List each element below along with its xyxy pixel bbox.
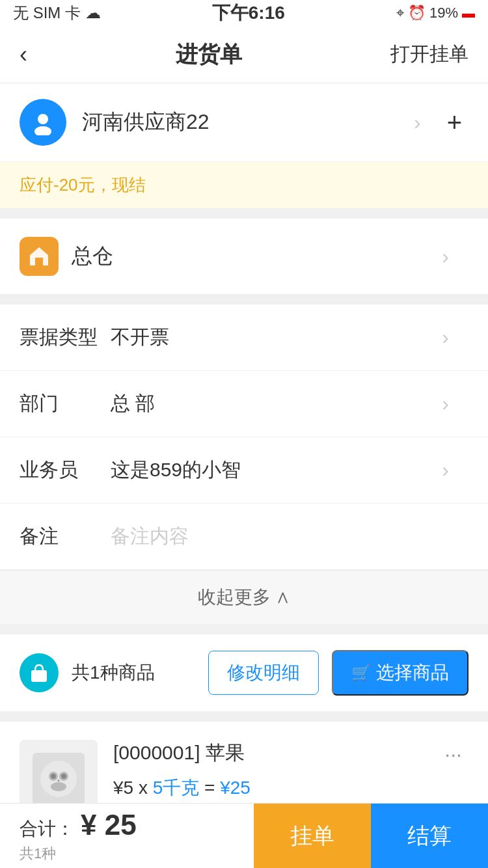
battery-label: 19% bbox=[429, 5, 458, 21]
department-row[interactable]: 部门 总 部 › bbox=[0, 371, 488, 437]
warehouse-card[interactable]: 总仓 › bbox=[0, 219, 488, 294]
salesman-label: 业务员 bbox=[20, 457, 111, 483]
status-bar: 无 SIM 卡 ☁ 下午6:16 ⌖ ⏰ 19% ▬ bbox=[0, 0, 488, 26]
product-title: 苹果 bbox=[206, 742, 245, 763]
checkout-label: 结算 bbox=[407, 821, 452, 851]
select-product-label: 选择商品 bbox=[376, 660, 449, 685]
person-icon bbox=[30, 109, 56, 135]
product-name: [0000001] 苹果 bbox=[113, 740, 422, 766]
status-right: ⌖ ⏰ 19% ▬ bbox=[396, 5, 475, 21]
remark-label: 备注 bbox=[20, 523, 111, 550]
warehouse-label: 总仓 bbox=[72, 242, 442, 271]
add-supplier-button[interactable]: + bbox=[441, 108, 468, 137]
svg-point-8 bbox=[51, 774, 56, 779]
edit-detail-button[interactable]: 修改明细 bbox=[208, 651, 319, 695]
department-value: 总 部 bbox=[111, 390, 442, 417]
supplier-row[interactable]: 河南供应商22 › + bbox=[0, 83, 488, 162]
warehouse-row[interactable]: 总仓 › bbox=[0, 219, 488, 294]
nav-bar: ‹ 进货单 打开挂单 bbox=[0, 26, 488, 83]
cart-icon: 🛒 bbox=[351, 664, 371, 682]
form-card: 票据类型 不开票 › 部门 总 部 › 业务员 这是859的小智 › 备注 备注… bbox=[0, 305, 488, 624]
salesman-row[interactable]: 业务员 这是859的小智 › bbox=[0, 437, 488, 504]
product-price: ¥5 bbox=[113, 778, 133, 798]
status-left: 无 SIM 卡 ☁ bbox=[13, 3, 101, 23]
product-equals: = bbox=[204, 778, 220, 798]
bottom-total-main: 合计： ¥ 25 bbox=[20, 809, 234, 841]
bag-icon bbox=[27, 661, 51, 685]
alarm-icon: ⏰ bbox=[408, 5, 426, 21]
product-total: ¥25 bbox=[220, 778, 251, 798]
bottom-bar: 合计： ¥ 25 共1种 挂单 结算 bbox=[0, 803, 488, 868]
svg-rect-4 bbox=[31, 670, 47, 682]
invoice-value: 不开票 bbox=[111, 324, 442, 351]
supplier-notice: 应付-20元，现结 bbox=[0, 162, 488, 208]
total-sub: 共1种 bbox=[20, 844, 234, 863]
department-chevron-icon: › bbox=[442, 392, 449, 416]
svg-point-1 bbox=[34, 126, 51, 135]
product-count-icon bbox=[20, 653, 59, 692]
sim-label: 无 SIM 卡 ☁ bbox=[13, 3, 101, 23]
salesman-value: 这是859的小智 bbox=[111, 457, 442, 483]
supplier-chevron-icon: › bbox=[414, 111, 421, 135]
warehouse-icon bbox=[20, 237, 59, 276]
status-time: 下午6:16 bbox=[212, 1, 285, 25]
open-pending-button[interactable]: 打开挂单 bbox=[390, 41, 468, 68]
svg-point-0 bbox=[38, 114, 48, 124]
product-info: [0000001] 苹果 ¥5 x 5千克 = ¥25 bbox=[113, 740, 422, 800]
svg-point-10 bbox=[51, 782, 66, 791]
salesman-chevron-icon: › bbox=[442, 458, 449, 482]
total-amount: ¥ 25 bbox=[81, 809, 137, 841]
bottom-total: 合计： ¥ 25 共1种 bbox=[0, 809, 254, 863]
svg-rect-3 bbox=[35, 258, 43, 265]
product-header: 共1种商品 修改明细 🛒 选择商品 bbox=[0, 634, 488, 711]
home-icon bbox=[27, 245, 51, 268]
collapse-label: 收起更多 ∧ bbox=[198, 585, 291, 610]
product-calc: ¥5 x 5千克 = ¥25 bbox=[113, 776, 422, 800]
back-button[interactable]: ‹ bbox=[20, 41, 27, 68]
owl-icon bbox=[39, 759, 78, 798]
remark-placeholder: 备注内容 bbox=[111, 523, 468, 550]
supplier-card: 河南供应商22 › + 应付-20元，现结 bbox=[0, 83, 488, 208]
svg-point-9 bbox=[61, 774, 66, 779]
invoice-row[interactable]: 票据类型 不开票 › bbox=[0, 305, 488, 371]
location-icon: ⌖ bbox=[396, 5, 404, 21]
product-more-button[interactable]: ··· bbox=[438, 740, 468, 769]
total-label: 合计： bbox=[20, 817, 74, 841]
invoice-chevron-icon: › bbox=[442, 325, 449, 349]
collapse-row[interactable]: 收起更多 ∧ bbox=[0, 570, 488, 624]
hang-button[interactable]: 挂单 bbox=[254, 804, 371, 869]
select-product-button[interactable]: 🛒 选择商品 bbox=[332, 650, 468, 696]
department-label: 部门 bbox=[20, 390, 111, 417]
main-content: 河南供应商22 › + 应付-20元，现结 总仓 › 票据类型 不开票 › 部门 bbox=[0, 83, 488, 868]
warehouse-chevron-icon: › bbox=[442, 245, 449, 269]
product-code: [0000001] bbox=[113, 742, 200, 763]
remark-row[interactable]: 备注 备注内容 bbox=[0, 504, 488, 570]
battery-icon: ▬ bbox=[462, 6, 475, 21]
invoice-label: 票据类型 bbox=[20, 324, 111, 351]
page-title: 进货单 bbox=[176, 40, 242, 70]
product-times: x bbox=[139, 778, 153, 798]
product-qty: 5千克 bbox=[153, 778, 200, 798]
supplier-name: 河南供应商22 bbox=[82, 108, 414, 137]
product-count-label: 共1种商品 bbox=[72, 660, 195, 685]
product-thumb-inner bbox=[33, 753, 85, 805]
supplier-avatar bbox=[20, 99, 66, 146]
checkout-button[interactable]: 结算 bbox=[371, 804, 488, 869]
hang-label: 挂单 bbox=[290, 821, 334, 851]
